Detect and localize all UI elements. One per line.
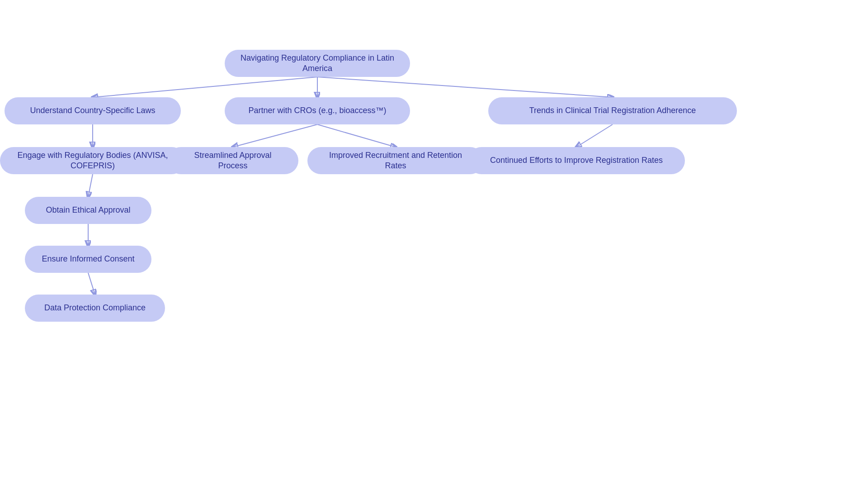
engage-node: Engage with Regulatory Bodies (ANVISA, C…	[0, 147, 185, 174]
root-node: Navigating Regulatory Compliance in Lati…	[225, 50, 410, 77]
recruitment-label: Improved Recruitment and Retention Rates	[320, 150, 471, 171]
connectors-svg	[0, 0, 868, 490]
continued-node: Continued Efforts to Improve Registratio…	[468, 147, 685, 174]
engage-label: Engage with Regulatory Bodies (ANVISA, C…	[13, 150, 173, 171]
svg-line-4	[233, 124, 317, 147]
data-label: Data Protection Compliance	[44, 303, 146, 313]
trends-label: Trends in Clinical Trial Registration Ad…	[529, 105, 696, 116]
diagram-container: Navigating Regulatory Compliance in Lati…	[0, 0, 868, 490]
continued-label: Continued Efforts to Improve Registratio…	[490, 155, 663, 166]
svg-line-6	[576, 124, 613, 147]
streamlined-node: Streamlined Approval Process	[167, 147, 298, 174]
root-label: Navigating Regulatory Compliance in Lati…	[237, 53, 397, 74]
data-node: Data Protection Compliance	[25, 295, 165, 322]
laws-label: Understand Country-Specific Laws	[30, 105, 155, 116]
svg-line-5	[317, 124, 396, 147]
svg-line-9	[88, 273, 95, 295]
svg-line-0	[93, 77, 317, 97]
consent-label: Ensure Informed Consent	[42, 254, 134, 264]
partner-label: Partner with CROs (e.g., bioaccess™)	[248, 105, 386, 116]
recruitment-node: Improved Recruitment and Retention Rates	[307, 147, 484, 174]
partner-node: Partner with CROs (e.g., bioaccess™)	[225, 97, 410, 124]
svg-line-2	[317, 77, 613, 97]
laws-node: Understand Country-Specific Laws	[5, 97, 181, 124]
svg-line-7	[88, 174, 93, 197]
streamlined-label: Streamlined Approval Process	[180, 150, 286, 171]
consent-node: Ensure Informed Consent	[25, 246, 151, 273]
trends-node: Trends in Clinical Trial Registration Ad…	[488, 97, 737, 124]
ethical-label: Obtain Ethical Approval	[46, 205, 130, 215]
ethical-node: Obtain Ethical Approval	[25, 197, 151, 224]
